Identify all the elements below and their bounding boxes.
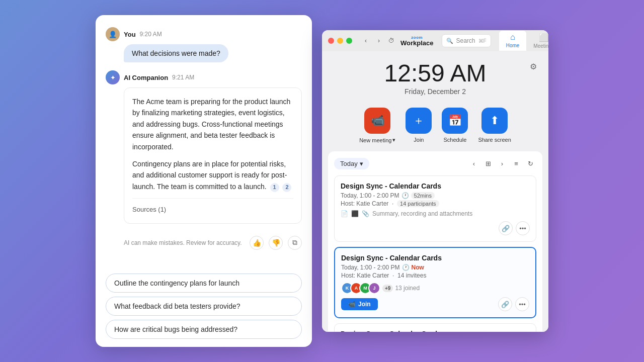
- schedule-label: Schedule: [443, 137, 466, 143]
- today-button[interactable]: Today ▾: [334, 158, 369, 169]
- join-icon: ＋: [406, 108, 432, 134]
- back-button[interactable]: ‹: [360, 35, 371, 46]
- zoom-workplace-label: Workplace: [400, 40, 434, 46]
- user-sender-info: 👤 You 9:20 AM: [106, 27, 302, 41]
- thumbs-up-button[interactable]: 👍: [250, 236, 264, 250]
- calendar-filter-button[interactable]: ≡: [510, 157, 522, 169]
- ai-response-card: The Acme team is preparing for the produ…: [124, 87, 302, 224]
- tab-meetings-label: Meetings: [533, 43, 548, 49]
- tab-meetings[interactable]: ⬜ Meetings: [526, 31, 548, 51]
- share-screen-label: Share screen: [478, 137, 511, 143]
- calendar-refresh-button[interactable]: ↻: [524, 157, 536, 169]
- calendar-header: Today ▾ ‹ ⊞ › ≡ ↻: [334, 157, 536, 169]
- ai-paragraph-2-text: Contingency plans are in place for poten…: [132, 160, 287, 191]
- citation-1[interactable]: 1: [270, 183, 279, 192]
- ai-sender-info: ✦ AI Companion 9:21 AM: [106, 70, 302, 84]
- suggestion-2[interactable]: What feedback did beta testers provide?: [106, 297, 302, 316]
- user-message-row: 👤 You 9:20 AM What decisions were made?: [106, 27, 302, 62]
- meeting-1-time: Today, 1:00 - 2:00 PM 🕐 52mins: [341, 192, 530, 199]
- meeting-2-link-button[interactable]: 🔗: [498, 297, 512, 311]
- meeting-2-more-button[interactable]: •••: [515, 297, 529, 311]
- zoom-logo: zoom Workplace: [400, 36, 434, 46]
- ai-paragraph-2: Contingency plans are in place for poten…: [132, 158, 293, 192]
- calendar-back-button[interactable]: ‹: [468, 157, 480, 169]
- meeting-2-time: Today, 1:00 - 2:00 PM 🕐 Now: [341, 264, 529, 271]
- suggestion-3[interactable]: How are critical bugs being addressed?: [106, 320, 302, 339]
- zoom-clock-header: 12:59 AM Friday, December 2 ⚙: [322, 51, 548, 104]
- zoom-titlebar: ‹ › ⏱ zoom Workplace 🔍 Search ⌘F ⌂ Home …: [322, 30, 548, 51]
- share-screen-icon: ⬆: [481, 108, 508, 134]
- new-meeting-label: New meeting ▾: [359, 137, 395, 143]
- tab-home-label: Home: [506, 43, 520, 48]
- ai-paragraph-1: The Acme team is preparing for the produ…: [132, 96, 293, 152]
- chat-messages: 👤 You 9:20 AM What decisions were made? …: [106, 27, 302, 269]
- history-button[interactable]: ⏱: [388, 35, 394, 46]
- sources-row: Sources (1): [132, 198, 293, 215]
- traffic-lights: [328, 38, 352, 44]
- user-question-text: What decisions were made?: [132, 49, 220, 57]
- nav-arrows: ‹ ›: [360, 35, 384, 46]
- calendar-nav: ‹ ⊞ › ≡ ↻: [468, 157, 536, 169]
- now-badge: Now: [412, 264, 424, 271]
- meeting-1-host: Host: Katie Carter · 14 participants: [341, 200, 530, 207]
- ai-avatar: ✦: [106, 70, 120, 84]
- settings-button[interactable]: ⚙: [526, 59, 540, 73]
- citation-2[interactable]: 2: [282, 183, 291, 192]
- copy-button[interactable]: ⧉: [288, 236, 302, 250]
- zoom-main-content: 12:59 AM Friday, December 2 ⚙ 📹 New meet…: [322, 51, 548, 332]
- meeting-1-duration: 52mins: [411, 192, 435, 199]
- new-meeting-icon: 📹: [364, 108, 390, 134]
- zoom-panel: ‹ › ⏱ zoom Workplace 🔍 Search ⌘F ⌂ Home …: [322, 30, 548, 332]
- calendar-add-button[interactable]: ⊞: [482, 157, 494, 169]
- meeting-1-participants: 14 participants: [397, 200, 439, 207]
- ai-name: AI Companion: [124, 74, 168, 81]
- meeting-2-title: Design Sync - Calendar Cards: [341, 254, 529, 262]
- home-icon: ⌂: [510, 33, 515, 42]
- more-avatars-badge: +9: [382, 285, 393, 292]
- feedback-row: AI can make mistakes. Review for accurac…: [124, 232, 302, 254]
- sources-button[interactable]: Sources (1): [132, 206, 166, 213]
- meeting-3-title: Design Sync - Calendar Cards: [341, 330, 530, 332]
- meeting-2-avatars: K A M J +9 13 joined: [341, 282, 529, 294]
- meeting-1-attachments: 📄 ⬛ 📎 Summary, recording and attachments: [341, 210, 530, 217]
- clock-time: 12:59 AM: [384, 61, 487, 85]
- meeting-card-3: Design Sync - Calendar Cards Today, 1:00…: [334, 323, 536, 332]
- suggestions-list: Outline the contingency plans for launch…: [106, 269, 302, 339]
- new-meeting-button[interactable]: 📹 New meeting ▾: [359, 108, 395, 143]
- user-name: You: [124, 31, 136, 38]
- calendar-section: Today ▾ ‹ ⊞ › ≡ ↻ Design Sync - Calendar…: [328, 151, 542, 332]
- search-shortcut: ⌘F: [478, 38, 487, 44]
- meeting-card-1: Design Sync - Calendar Cards Today, 1:00…: [334, 175, 536, 242]
- meeting-2-host: Host: Katie Carter · 14 invitees: [341, 272, 529, 279]
- meeting-2-bottom-row: 📹 Join 🔗 •••: [341, 297, 529, 311]
- meeting-1-title: Design Sync - Calendar Cards: [341, 182, 530, 190]
- search-placeholder: Search: [456, 37, 475, 44]
- meeting-1-actions: 🔗 •••: [341, 221, 530, 235]
- search-icon: 🔍: [446, 38, 453, 44]
- clock-date: Friday, December 2: [405, 87, 466, 96]
- suggestion-1[interactable]: Outline the contingency plans for launch: [106, 274, 302, 293]
- calendar-forward-button[interactable]: ›: [496, 157, 508, 169]
- tab-home[interactable]: ⌂ Home: [499, 31, 527, 51]
- join-label: Join: [414, 137, 424, 143]
- search-bar[interactable]: 🔍 Search ⌘F: [442, 34, 491, 47]
- meeting-2-actions: 🔗 •••: [498, 297, 529, 311]
- ai-message-row: ✦ AI Companion 9:21 AM The Acme team is …: [106, 70, 302, 224]
- join-meeting-button[interactable]: 📹 Join: [341, 298, 378, 310]
- schedule-icon: 📅: [442, 108, 468, 134]
- forward-button[interactable]: ›: [373, 35, 384, 46]
- avatar-4: J: [368, 282, 380, 294]
- thumbs-down-button[interactable]: 👎: [269, 236, 283, 250]
- minimize-icon[interactable]: [337, 38, 343, 44]
- meeting-1-reaction-button[interactable]: 🔗: [499, 221, 513, 235]
- join-button[interactable]: ＋ Join: [406, 108, 432, 143]
- ai-time: 9:21 AM: [172, 74, 194, 81]
- close-icon[interactable]: [328, 38, 334, 44]
- joined-count: 13 joined: [395, 285, 420, 292]
- user-time: 9:20 AM: [140, 31, 162, 38]
- maximize-icon[interactable]: [346, 38, 352, 44]
- meeting-1-more-button[interactable]: •••: [516, 221, 530, 235]
- share-screen-button[interactable]: ⬆ Share screen: [478, 108, 511, 143]
- user-question-bubble: What decisions were made?: [124, 44, 228, 62]
- schedule-button[interactable]: 📅 Schedule: [442, 108, 468, 143]
